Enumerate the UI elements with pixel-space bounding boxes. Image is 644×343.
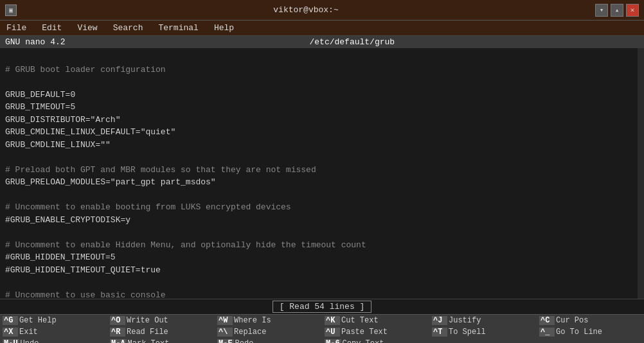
key-label-get-help: Get Help: [19, 316, 57, 325]
key-label-cut-text: Cut Text: [341, 316, 379, 325]
editor-content: # GRUB boot loader configuration GRUB_DE…: [5, 65, 366, 299]
key-redo[interactable]: M-E Redo: [215, 338, 322, 343]
menu-view[interactable]: View: [73, 22, 101, 34]
key-shortcut-replace: ^\: [217, 328, 233, 337]
menu-file[interactable]: File: [3, 22, 30, 34]
key-label-copy-text: Copy Text: [343, 339, 384, 343]
key-shortcut-undo: M-U: [3, 339, 19, 343]
key-shortcut-go-to-line: ^_: [539, 328, 555, 337]
keybindings: ^G Get Help ^O Write Out ^W Where Is ^K …: [0, 314, 644, 343]
scrollbar[interactable]: [638, 48, 644, 299]
key-shortcut-paste-text: ^U: [325, 328, 340, 337]
key-cur-pos[interactable]: ^C Cur Pos: [537, 315, 644, 326]
key-write-out[interactable]: ^O Write Out: [107, 315, 215, 326]
key-shortcut-write-out: ^O: [110, 316, 125, 325]
key-copy-text[interactable]: M-6 Copy Text: [322, 338, 429, 343]
key-replace[interactable]: ^\ Replace: [215, 326, 322, 338]
maximize-button[interactable]: ▴: [611, 4, 623, 17]
minimize-button[interactable]: ▾: [595, 4, 608, 17]
menu-help[interactable]: Help: [210, 22, 238, 34]
menu-edit[interactable]: Edit: [38, 22, 66, 34]
titlebar-title: viktor@vbox:~: [273, 5, 338, 15]
key-where-is[interactable]: ^W Where Is: [215, 315, 322, 326]
key-shortcut-read-file: ^R: [110, 328, 125, 337]
nano-header: GNU nano 4.2 /etc/default/grub: [0, 36, 644, 48]
menu-terminal[interactable]: Terminal: [154, 22, 202, 34]
key-label-read-file: Read File: [127, 328, 168, 337]
key-paste-text[interactable]: ^U Paste Text: [322, 326, 429, 338]
key-label-redo: Redo: [235, 339, 254, 343]
menubar: File Edit View Search Terminal Help: [0, 21, 644, 36]
key-label-replace: Replace: [234, 328, 266, 337]
close-button[interactable]: ✕: [626, 4, 639, 17]
titlebar: ▣ viktor@vbox:~ ▾ ▴ ✕: [0, 0, 644, 21]
key-get-help[interactable]: ^G Get Help: [0, 315, 107, 326]
key-read-file[interactable]: ^R Read File: [107, 326, 215, 338]
key-undo[interactable]: M-U Undo: [0, 338, 107, 343]
key-label-paste-text: Paste Text: [341, 328, 388, 337]
key-shortcut-copy-text: M-6: [325, 339, 341, 343]
key-mark-text[interactable]: M-A Mark Text: [107, 338, 215, 343]
menu-search[interactable]: Search: [109, 22, 147, 34]
statusbar: [ Read 54 lines ]: [0, 299, 644, 314]
nano-version: GNU nano 4.2: [5, 37, 66, 47]
titlebar-controls: ▾ ▴ ✕: [595, 4, 639, 17]
key-shortcut-cut-text: ^K: [325, 316, 340, 325]
nano-filename: /etc/default/grub: [66, 37, 639, 47]
key-shortcut-mark-text: M-A: [110, 339, 127, 343]
statusbar-text: [ Read 54 lines ]: [273, 301, 372, 313]
key-go-to-line[interactable]: ^_ Go To Line: [537, 326, 644, 338]
key-label-mark-text: Mark Text: [128, 339, 170, 343]
key-label-where-is: Where Is: [234, 316, 271, 325]
titlebar-left: ▣: [5, 4, 17, 16]
key-exit[interactable]: ^X Exit: [0, 326, 107, 338]
key-label-go-to-line: Go To Line: [556, 328, 602, 337]
key-shortcut-exit: ^X: [3, 328, 18, 337]
key-to-spell[interactable]: ^T To Spell: [429, 326, 537, 338]
key-shortcut-justify: ^J: [432, 316, 447, 325]
key-label-write-out: Write Out: [127, 316, 168, 325]
key-shortcut-get-help: ^G: [3, 316, 18, 325]
key-label-cur-pos: Cur Pos: [556, 316, 588, 325]
window-icon: ▣: [5, 4, 17, 16]
key-label-to-spell: To Spell: [449, 328, 486, 337]
key-empty-1: [429, 338, 537, 343]
key-label-undo: Undo: [21, 339, 39, 343]
key-shortcut-redo: M-E: [217, 339, 234, 343]
key-label-exit: Exit: [19, 328, 38, 337]
key-shortcut-cur-pos: ^C: [539, 316, 555, 325]
key-shortcut-to-spell: ^T: [432, 328, 447, 337]
key-empty-2: [537, 338, 644, 343]
key-cut-text[interactable]: ^K Cut Text: [322, 315, 429, 326]
key-justify[interactable]: ^J Justify: [429, 315, 537, 326]
key-label-justify: Justify: [449, 316, 481, 325]
editor[interactable]: # GRUB boot loader configuration GRUB_DE…: [0, 48, 644, 299]
key-shortcut-where-is: ^W: [217, 316, 233, 325]
